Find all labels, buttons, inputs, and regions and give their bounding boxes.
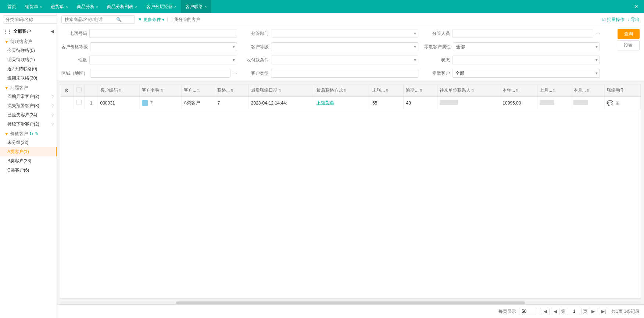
per-page-select[interactable]: 50 20 100 xyxy=(519,308,537,315)
filter-select-retail-attr[interactable]: 全部 xyxy=(453,42,600,51)
filter-input-person[interactable] xyxy=(452,29,593,38)
my-customer-check-icon[interactable] xyxy=(167,17,172,22)
col-header-last-method[interactable]: 最后联络方式⇅ xyxy=(314,84,370,97)
filter-cell-customer-grade: 客户等级 ▾ xyxy=(240,42,422,51)
col-header-last-date[interactable]: 最后联络日期⇅ xyxy=(248,84,314,97)
grid-action-icon[interactable]: ⊞ xyxy=(615,100,620,106)
filter-select-dept-wrapper: ▾ xyxy=(271,29,419,38)
gear-settings-icon[interactable]: ⚙ xyxy=(64,88,69,93)
sidebar-item-overdue[interactable]: 逾期未联络(30) xyxy=(0,74,57,83)
nav-product-analysis-list[interactable]: 商品分析列表 × xyxy=(103,0,142,13)
page-next-btn[interactable]: ▶ xyxy=(589,308,597,315)
sidebar: 🔍 ⋮⋮ 全部客户 ◀ ▼ 待联络客户 今天待联络(0) 明天待联络(1) 近7… xyxy=(0,13,57,318)
col-header-check[interactable] xyxy=(74,84,85,97)
nav-customer-segment-close[interactable]: × xyxy=(174,4,176,9)
col-header-customer-name[interactable]: 客户名称⇅ xyxy=(140,84,182,97)
sidebar-item-ungrouped[interactable]: 未分组(32) xyxy=(0,138,57,147)
filter-select-retail[interactable]: 全部 xyxy=(452,69,600,78)
sidebar-group-problem[interactable]: ▼ 问题客户 xyxy=(0,83,57,92)
filter-select-payment[interactable] xyxy=(271,56,419,64)
nav-customer-segment[interactable]: 客户分层经营 × xyxy=(142,0,181,13)
region-dots-btn[interactable]: ··· xyxy=(233,71,237,76)
sidebar-group-value[interactable]: ▼ 价值客户 ↻ ✎ xyxy=(0,129,57,138)
help-icon-3: ? xyxy=(51,113,54,117)
filter-label-retail: 零散客户 xyxy=(424,70,450,77)
nav-product-analysis[interactable]: 商品分析 × xyxy=(72,0,103,13)
page-input[interactable] xyxy=(567,308,582,315)
nav-sales-order-close[interactable]: × xyxy=(40,4,42,9)
sidebar-all-customers[interactable]: ⋮⋮ 全部客户 ◀ xyxy=(0,26,57,37)
nav-product-analysis-list-close[interactable]: × xyxy=(135,4,137,9)
page-first-btn[interactable]: |◀ xyxy=(540,308,550,315)
filter-search-icon[interactable]: 🔍 xyxy=(116,17,122,22)
edit-icon[interactable]: ✎ xyxy=(35,131,39,137)
filter-label-customer-type: 客户类型 xyxy=(243,70,269,77)
col-header-last-month[interactable]: 上月...⇅ xyxy=(537,84,571,97)
nav-purchase-order-close[interactable]: × xyxy=(65,4,68,9)
more-filter-btn[interactable]: ▼ 更多条件 ▾ xyxy=(138,17,164,23)
refresh-icon[interactable]: ↻ xyxy=(29,131,33,137)
col-header-this-month[interactable]: 本月...⇅ xyxy=(571,84,604,97)
sidebar-item-7days[interactable]: 近7天待联络(0) xyxy=(0,64,57,74)
nav-sales-order[interactable]: 销货单 × xyxy=(21,0,46,13)
filter-label-price-grade: 客户价格等级 xyxy=(61,44,88,50)
row-last-method[interactable]: 下销货单 xyxy=(314,97,370,109)
col-header-contact[interactable]: 联络...⇅ xyxy=(215,84,248,97)
sidebar-item-c-class[interactable]: C类客户(6) xyxy=(0,166,57,175)
nav-customer-contact-close[interactable]: × xyxy=(204,4,207,9)
filter-select-customer-grade[interactable] xyxy=(271,42,419,51)
header-checkbox-icon[interactable] xyxy=(76,87,82,92)
sidebar-group-pending[interactable]: ▼ 待联络客户 xyxy=(0,37,57,46)
sidebar-item-churned[interactable]: 已流失客户(24) ? xyxy=(0,110,57,120)
sidebar-item-a-class[interactable]: A类客户(1) xyxy=(0,147,57,156)
filter-input-phone[interactable] xyxy=(89,29,237,38)
col-header-unit-contact[interactable]: 往来单位联系人⇅ xyxy=(437,84,500,97)
filter-input-customer-type[interactable] xyxy=(271,69,419,78)
sidebar-item-repurchase-abnormal[interactable]: 回购异常客户(2) ? xyxy=(0,92,57,101)
sidebar-search-input[interactable] xyxy=(3,15,57,24)
filter-select-dept[interactable] xyxy=(271,29,419,38)
sidebar-item-churn-warning[interactable]: 流失预警客户(3) ? xyxy=(0,101,57,110)
sidebar-item-b-class[interactable]: B类客户(33) xyxy=(0,156,57,166)
chat-action-icon[interactable]: 💬 xyxy=(607,100,613,106)
horizontal-scrollbar[interactable] xyxy=(60,301,641,304)
query-button[interactable]: 查询 xyxy=(618,29,640,39)
nav-close-all[interactable]: × xyxy=(631,3,641,11)
row-customer-code[interactable]: 000031 xyxy=(98,97,140,109)
export-btn[interactable]: ↓ 导出 xyxy=(627,17,640,23)
nav-customer-contact[interactable]: 客户联络 × xyxy=(181,0,211,13)
setting-button[interactable]: 设置 xyxy=(617,40,640,50)
filter-select-nature-wrapper: ▾ xyxy=(89,56,237,64)
row-this-month xyxy=(571,97,604,109)
row-customer-name[interactable]: ？ xyxy=(140,97,182,109)
col-header-customer-type[interactable]: 客户...⇅ xyxy=(182,84,215,97)
filter-row-1: 电话号码 分管部门 ▾ xyxy=(61,29,603,38)
nav-home[interactable]: 首页 xyxy=(3,0,21,13)
filter-select-status[interactable] xyxy=(452,56,600,64)
nav-purchase-order[interactable]: 进货单 × xyxy=(46,0,72,13)
row-checkbox-icon[interactable] xyxy=(76,100,82,105)
person-dots-btn[interactable]: ··· xyxy=(596,31,600,36)
filter-search-input[interactable] xyxy=(65,17,116,22)
row-check[interactable] xyxy=(74,97,85,109)
filter-input-region[interactable] xyxy=(90,69,230,78)
filter-select-price-grade[interactable] xyxy=(90,42,237,51)
batch-op-btn[interactable]: ☑ 批量操作 xyxy=(602,17,625,23)
my-customer-checkbox[interactable]: 我分管的客户 xyxy=(167,17,200,23)
nav-product-analysis-close[interactable]: × xyxy=(96,4,98,9)
scrollbar-thumb[interactable] xyxy=(176,301,525,304)
col-header-customer-code[interactable]: 客户编码⇅ xyxy=(98,84,140,97)
toolbar-right: ☑ 批量操作 ↓ 导出 xyxy=(602,17,640,23)
col-header-no-contact[interactable]: 未联...⇅ xyxy=(370,84,404,97)
table-area: ⚙ 客户编码⇅ 客户名称⇅ 客户...⇅ xyxy=(60,84,641,298)
col-header-overdue[interactable]: 逾期...⇅ xyxy=(404,84,437,97)
col-header-settings[interactable]: ⚙ xyxy=(60,84,74,97)
page-last-btn[interactable]: ▶| xyxy=(599,308,608,315)
sidebar-item-declining[interactable]: 持续下滑客户(2) ? xyxy=(0,120,57,129)
sidebar-item-tomorrow[interactable]: 明天待联络(1) xyxy=(0,55,57,64)
sidebar-item-today[interactable]: 今天待联络(0) xyxy=(0,46,57,55)
row-num: 1 xyxy=(85,97,98,109)
col-header-this-year[interactable]: 本年...⇅ xyxy=(500,84,537,97)
page-prev-btn[interactable]: ◀ xyxy=(551,308,559,315)
filter-select-nature[interactable] xyxy=(89,56,237,64)
